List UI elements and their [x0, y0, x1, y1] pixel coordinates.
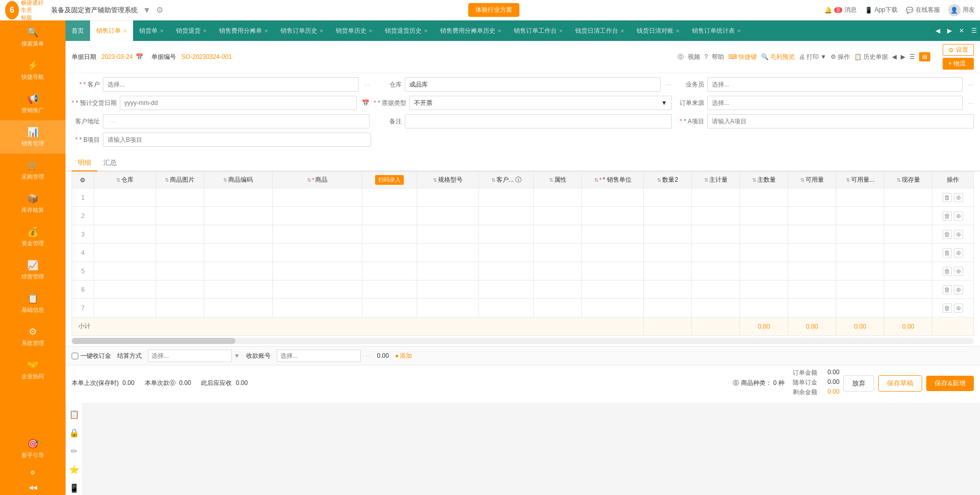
view-btn[interactable]: 视频	[688, 53, 700, 61]
sidebar-item-finance[interactable]: 💰 资金管理	[0, 220, 66, 253]
row-3-spec[interactable]	[417, 225, 479, 244]
row-7-spec[interactable]	[417, 299, 479, 317]
row-4-code[interactable]	[204, 244, 272, 262]
payment-dropdown-icon[interactable]: ▼	[234, 352, 240, 359]
row-1-avail[interactable]	[788, 188, 836, 207]
row-5-avail2[interactable]	[836, 262, 884, 281]
row-7-avail[interactable]	[788, 299, 836, 317]
horizontal-scrollbar[interactable]	[72, 338, 974, 344]
row-1-uom[interactable]	[692, 188, 740, 207]
qty2-sort-icon[interactable]: ⇅	[657, 177, 661, 183]
row-4-warehouse[interactable]	[94, 244, 156, 262]
row-5-code[interactable]	[204, 262, 272, 281]
row-6-avail2[interactable]	[836, 281, 884, 299]
row-7-main-qty[interactable]	[740, 299, 788, 317]
tab-order-history-close[interactable]: ✕	[319, 28, 323, 34]
row-2-uom[interactable]	[692, 207, 740, 225]
operation-btn[interactable]: ⚙ 操作	[831, 53, 850, 61]
row-3-avail[interactable]	[788, 225, 836, 244]
row-4-main-qty[interactable]	[740, 244, 788, 262]
row-4-unit[interactable]	[582, 244, 644, 262]
row-6-img[interactable]	[156, 281, 204, 299]
scrollbar-thumb[interactable]	[72, 338, 235, 344]
row-5-attr[interactable]	[534, 262, 582, 281]
row-2-avail2[interactable]	[836, 207, 884, 225]
row-1-img[interactable]	[156, 188, 204, 207]
main-qty-sort-icon[interactable]: ⇅	[752, 177, 756, 183]
tab-fee-history-close[interactable]: ✕	[497, 28, 502, 34]
row-4-avail[interactable]	[788, 244, 836, 262]
row-2-stock[interactable]	[884, 207, 932, 225]
tab-summary[interactable]: 汇总	[97, 155, 123, 171]
tab-cash-workbench-close[interactable]: ✕	[620, 28, 624, 34]
row-6-avail[interactable]	[788, 281, 836, 299]
row-6-main-qty[interactable]	[740, 281, 788, 299]
warehouse-value[interactable]: 成品库	[405, 77, 661, 92]
img-sort-icon[interactable]: ⇅	[165, 177, 169, 183]
customer-address-input[interactable]: ···	[103, 114, 369, 128]
row-6-cust[interactable]	[479, 281, 534, 299]
right-panel-doc-icon[interactable]: 📋	[67, 407, 81, 421]
shortcuts-btn[interactable]: ⌨ 快捷键	[728, 53, 757, 61]
discard-button[interactable]: 放弃	[843, 375, 874, 392]
row-7-code[interactable]	[204, 299, 272, 317]
row-5-product[interactable]	[273, 262, 362, 281]
row-6-stock[interactable]	[884, 281, 932, 299]
avail2-sort-icon[interactable]: ⇅	[846, 177, 850, 183]
row-3-main-qty[interactable]	[740, 225, 788, 244]
tab-sales-goods-close[interactable]: ✕	[160, 28, 164, 34]
row-1-warehouse[interactable]	[94, 188, 156, 207]
warehouse-more-icon[interactable]: ···	[666, 80, 672, 89]
row-3-copy-icon[interactable]: ⊕	[954, 230, 963, 239]
row-2-attr[interactable]	[534, 207, 582, 225]
row-6-attr[interactable]	[534, 281, 582, 299]
tab-return-history-close[interactable]: ✕	[424, 28, 428, 34]
sidebar-item-collapse[interactable]: ◀◀	[0, 480, 66, 495]
row-4-uom[interactable]	[692, 244, 740, 262]
tab-detail[interactable]: 明细	[72, 155, 97, 171]
app-download-btn[interactable]: 📱 App下载	[865, 6, 898, 14]
online-service-btn[interactable]: 💬 在线客服	[906, 6, 940, 14]
grid-view-icon[interactable]: ☰	[909, 53, 915, 60]
row-4-spec[interactable]	[417, 244, 479, 262]
b-project-input[interactable]	[103, 133, 371, 147]
cust-sort-icon[interactable]: ⇅	[491, 177, 495, 183]
sidebar-item-search[interactable]: 🔍 搜索菜单	[0, 20, 66, 54]
row-5-cust[interactable]	[479, 262, 534, 281]
scan-btn[interactable]: 扫码录入	[375, 175, 404, 185]
row-3-stock[interactable]	[884, 225, 932, 244]
a-project-input[interactable]	[707, 114, 974, 128]
invoice-type-select[interactable]: 不开票 ▼	[409, 96, 671, 110]
row-6-uom[interactable]	[692, 281, 740, 299]
row-5-stock[interactable]	[884, 262, 932, 281]
row-3-avail2[interactable]	[836, 225, 884, 244]
expand-icon[interactable]: ⊞	[919, 52, 930, 61]
row-4-stock[interactable]	[884, 244, 932, 262]
row-2-delete-icon[interactable]: 🗑	[943, 211, 952, 221]
row-1-stock[interactable]	[884, 188, 932, 207]
row-5-copy-icon[interactable]: ⊕	[954, 267, 963, 276]
sidebar-item-system[interactable]: ⚙ 系统管理	[0, 320, 66, 353]
row-3-warehouse[interactable]	[94, 225, 156, 244]
payment-method-input[interactable]	[148, 350, 232, 362]
row-3-unit[interactable]	[582, 225, 644, 244]
tab-goods-history[interactable]: 销货单历史 ✕	[330, 20, 379, 41]
address-more-icon[interactable]: ···	[110, 117, 116, 125]
add-logistics-btn[interactable]: + 物流	[943, 58, 974, 70]
settings-btn[interactable]: ⚙ 设置	[943, 44, 974, 56]
tab-cash-workbench[interactable]: 钱货日清工作台 ✕	[569, 20, 630, 41]
tab-order-history[interactable]: 销售订单历史 ✕	[274, 20, 330, 41]
code-sort-icon[interactable]: ⇅	[223, 177, 227, 183]
stock-sort-icon[interactable]: ⇅	[897, 177, 901, 183]
row-3-qty2[interactable]	[644, 225, 692, 244]
row-7-warehouse[interactable]	[94, 299, 156, 317]
row-5-uom[interactable]	[692, 262, 740, 281]
row-1-copy-icon[interactable]: ⊕	[954, 193, 963, 202]
row-5-unit[interactable]	[582, 262, 644, 281]
sidebar-item-guide[interactable]: 🎯 新手引导	[0, 432, 66, 465]
row-5-spec[interactable]	[417, 262, 479, 281]
calendar-icon[interactable]: 📅	[136, 53, 143, 60]
row-7-img[interactable]	[156, 299, 204, 317]
delivery-date-input[interactable]	[120, 96, 357, 110]
unit-sort-icon[interactable]: ⇅	[594, 177, 598, 183]
